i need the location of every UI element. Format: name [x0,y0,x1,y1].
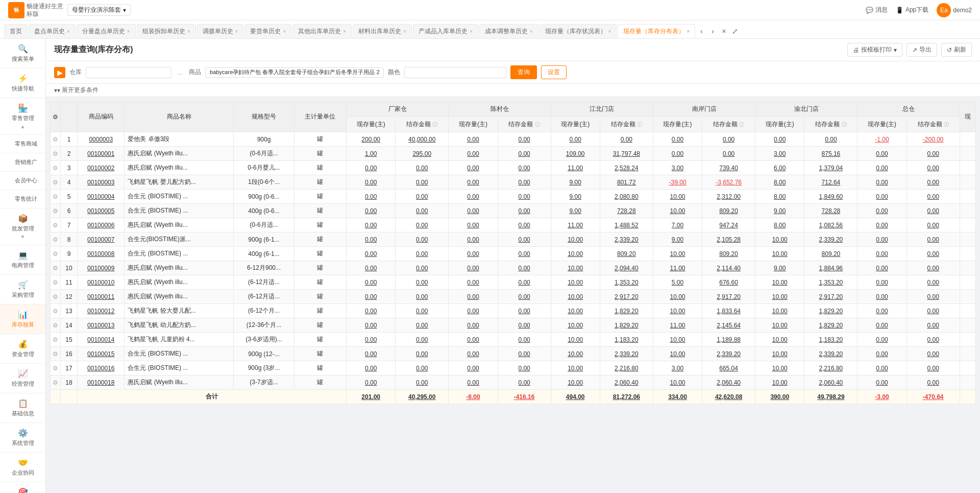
close-icon[interactable]: × [187,29,190,34]
row-factory-qty[interactable]: 0.00 [347,318,396,333]
info-icon[interactable]: ⓘ [842,122,847,127]
row-jiangbei-amt[interactable]: 1,488.52 [600,218,653,232]
row-nanan-qty[interactable]: 10.00 [653,247,702,261]
row-yubei-amt[interactable]: 2,339.20 [804,347,857,361]
row-nanan-qty[interactable]: 7.00 [653,218,702,232]
row-nanan-amt[interactable]: 676.60 [702,275,755,290]
row-total-amt[interactable]: 0.00 [906,318,960,333]
row-total-qty[interactable]: 0.00 [857,261,906,275]
row-total-qty[interactable]: 0.00 [857,361,906,375]
row-jiangbei-qty[interactable]: 109.00 [551,147,600,161]
info-icon[interactable]: ⓘ [637,122,642,127]
row-code[interactable]: 00100012 [78,304,125,318]
row-factory-qty[interactable]: 0.00 [347,347,396,361]
row-nanan-qty[interactable]: 3.00 [653,161,702,175]
row-factory-qty[interactable]: 0.00 [347,261,396,275]
row-chencun-amt[interactable]: 0.00 [498,261,551,275]
row-yubei-qty[interactable]: 9.00 [755,204,804,218]
row-total-amt[interactable]: -200.00 [906,132,960,147]
row-nanan-amt[interactable]: 0.00 [702,147,755,161]
row-jiangbei-amt[interactable]: 2,080.80 [600,190,653,204]
row-total-qty[interactable]: 0.00 [857,190,906,204]
row-chencun-qty[interactable]: 0.00 [449,218,498,232]
row-jiangbei-amt[interactable]: 1,829.20 [600,318,653,333]
row-factory-amt[interactable]: 0.00 [396,261,449,275]
row-chencun-qty[interactable]: 0.00 [449,175,498,190]
row-jiangbei-qty[interactable]: 10.00 [551,304,600,318]
row-jiangbei-qty[interactable]: 10.00 [551,361,600,375]
tab-xiancunzhuang[interactable]: 现存量（库存状况表） × [540,24,617,38]
row-yubei-qty[interactable]: 10.00 [755,275,804,290]
row-chencun-amt[interactable]: 0.00 [498,161,551,175]
row-code[interactable]: 00100002 [78,161,125,175]
app-download-btn[interactable]: 📱 App下载 [896,6,928,14]
row-chencun-qty[interactable]: 0.00 [449,261,498,275]
print-btn[interactable]: 🖨 按模板打印 ▾ [847,43,902,57]
row-factory-qty[interactable]: 0.00 [347,190,396,204]
settings-btn[interactable]: 设置 [541,65,567,79]
row-total-qty[interactable]: 0.00 [857,232,906,247]
row-chencun-qty[interactable]: 0.00 [449,204,498,218]
sidebar-item-basic[interactable]: 📋 基础信息 [0,393,45,423]
row-factory-amt[interactable]: 0.00 [396,290,449,304]
row-factory-amt[interactable]: 0.00 [396,232,449,247]
tab-xiancunfen[interactable]: 现存量（库存分布表） × [618,24,695,38]
info-icon[interactable]: ⓘ [432,122,437,127]
row-jiangbei-qty[interactable]: 10.00 [551,333,600,347]
row-nanan-amt[interactable]: 947.24 [702,218,755,232]
sidebar-item-purchase[interactable]: 🛒 采购管理 [0,275,45,304]
row-yubei-qty[interactable]: 9.00 [755,261,804,275]
row-factory-qty[interactable]: 0.00 [347,218,396,232]
row-jiangbei-amt[interactable]: 2,094.40 [600,261,653,275]
row-factory-amt[interactable]: 0.00 [396,333,449,347]
row-nanan-amt[interactable]: -3,652.76 [702,175,755,190]
row-chencun-qty[interactable]: 0.00 [449,147,498,161]
row-yubei-qty[interactable]: 10.00 [755,290,804,304]
row-nanan-amt[interactable]: 739.40 [702,161,755,175]
row-total-amt[interactable]: 0.00 [906,304,960,318]
row-yubei-qty[interactable]: 10.00 [755,375,804,390]
row-yubei-qty[interactable]: 8.00 [755,175,804,190]
sidebar-item-system[interactable]: ⚙️ 系统管理 [0,423,45,453]
row-yubei-qty[interactable]: 8.00 [755,218,804,232]
tab-expand-btn[interactable]: ⤢ [730,24,740,38]
row-total-qty[interactable]: 0.00 [857,218,906,232]
sidebar-item-inventory[interactable]: 📊 库存核算 [0,304,45,334]
row-nanan-qty[interactable]: 0.00 [653,147,702,161]
row-yubei-qty[interactable]: 0.00 [755,132,804,147]
row-factory-amt[interactable]: 295.00 [396,147,449,161]
info-icon[interactable]: ⓘ [739,122,744,127]
row-yubei-amt[interactable]: 2,216.80 [804,361,857,375]
row-nanan-amt[interactable]: 2,114.40 [702,261,755,275]
row-jiangbei-amt[interactable]: 809.20 [600,247,653,261]
close-icon[interactable]: × [403,29,406,34]
tab-qitachu[interactable]: 其他出库单历史 × [292,24,352,38]
row-jiangbei-qty[interactable]: 0.00 [551,132,600,147]
color-input[interactable] [404,67,506,78]
row-total-qty[interactable]: 0.00 [857,375,906,390]
row-chencun-qty[interactable]: 0.00 [449,304,498,318]
sidebar-item-newguide[interactable]: 🎯 新手引导 [0,482,45,493]
row-factory-qty[interactable]: 0.00 [347,333,396,347]
row-total-amt[interactable]: 0.00 [906,375,960,390]
row-jiangbei-qty[interactable]: 10.00 [551,232,600,247]
query-btn[interactable]: 查询 [510,65,537,79]
row-chencun-amt[interactable]: 0.00 [498,361,551,375]
row-yubei-qty[interactable]: 8.00 [755,190,804,204]
row-code[interactable]: 00100018 [78,375,125,390]
row-jiangbei-qty[interactable]: 11.00 [551,161,600,175]
row-total-qty[interactable]: 0.00 [857,175,906,190]
row-jiangbei-qty[interactable]: 10.00 [551,261,600,275]
row-chencun-qty[interactable]: 0.00 [449,347,498,361]
row-total-qty[interactable]: 0.00 [857,290,906,304]
row-factory-qty[interactable]: 0.00 [347,204,396,218]
row-nanan-qty[interactable]: 11.00 [653,261,702,275]
row-factory-qty[interactable]: 0.00 [347,175,396,190]
close-icon[interactable]: × [608,29,611,34]
row-nanan-qty[interactable]: 11.00 [653,318,702,333]
row-factory-qty[interactable]: 0.00 [347,247,396,261]
row-chencun-amt[interactable]: 0.00 [498,347,551,361]
row-jiangbei-amt[interactable]: 2,528.24 [600,161,653,175]
row-jiangbei-amt[interactable]: 1,183.20 [600,333,653,347]
row-nanan-amt[interactable]: 1,833.64 [702,304,755,318]
